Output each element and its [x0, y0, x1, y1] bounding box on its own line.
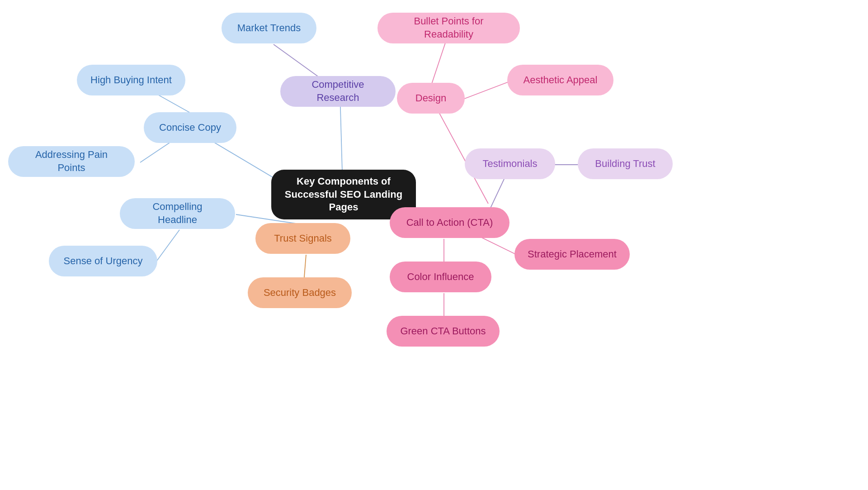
- design-label: Design: [415, 92, 446, 105]
- green-cta-label: Green CTA Buttons: [400, 325, 486, 338]
- trust-signals-node: Trust Signals: [255, 223, 350, 254]
- concise-copy-node: Concise Copy: [144, 112, 236, 143]
- high-buying-intent-node: High Buying Intent: [77, 65, 185, 95]
- sense-of-urgency-node: Sense of Urgency: [49, 246, 157, 276]
- center-label: Key Components of Successful SEO Landing…: [284, 175, 403, 214]
- sense-of-urgency-label: Sense of Urgency: [64, 255, 143, 268]
- addressing-pain-label: Addressing Pain Points: [21, 148, 122, 174]
- aesthetic-appeal-node: Aesthetic Appeal: [507, 65, 613, 95]
- security-badges-node: Security Badges: [248, 277, 352, 308]
- bullet-points-label: Bullet Points for Readability: [390, 15, 507, 41]
- concise-copy-label: Concise Copy: [159, 121, 221, 134]
- competitive-research-node: Competitive Research: [280, 76, 396, 107]
- compelling-headline-node: Compelling Headline: [120, 198, 235, 229]
- building-trust-node: Building Trust: [578, 148, 673, 179]
- compelling-headline-label: Compelling Headline: [132, 200, 222, 226]
- competitive-research-label: Competitive Research: [293, 78, 383, 104]
- building-trust-label: Building Trust: [595, 157, 655, 171]
- green-cta-node: Green CTA Buttons: [387, 316, 500, 347]
- svg-line-6: [156, 230, 179, 262]
- aesthetic-appeal-label: Aesthetic Appeal: [524, 74, 598, 87]
- color-influence-label: Color Influence: [407, 271, 474, 284]
- strategic-placement-node: Strategic Placement: [514, 239, 630, 270]
- addressing-pain-node: Addressing Pain Points: [8, 146, 135, 177]
- strategic-placement-label: Strategic Placement: [528, 248, 617, 261]
- svg-line-11: [463, 81, 511, 99]
- testimonials-node: Testimonials: [465, 148, 555, 179]
- bullet-points-node: Bullet Points for Readability: [377, 13, 520, 43]
- testimonials-label: Testimonials: [482, 157, 537, 171]
- cta-label: Call to Action (CTA): [406, 216, 493, 229]
- high-buying-intent-label: High Buying Intent: [90, 74, 172, 87]
- trust-signals-label: Trust Signals: [274, 232, 332, 245]
- design-node: Design: [397, 83, 465, 114]
- market-trends-label: Market Trends: [237, 22, 301, 35]
- market-trends-node: Market Trends: [222, 13, 316, 43]
- cta-node: Call to Action (CTA): [390, 207, 509, 238]
- color-influence-node: Color Influence: [390, 262, 491, 292]
- security-badges-label: Security Badges: [264, 286, 336, 300]
